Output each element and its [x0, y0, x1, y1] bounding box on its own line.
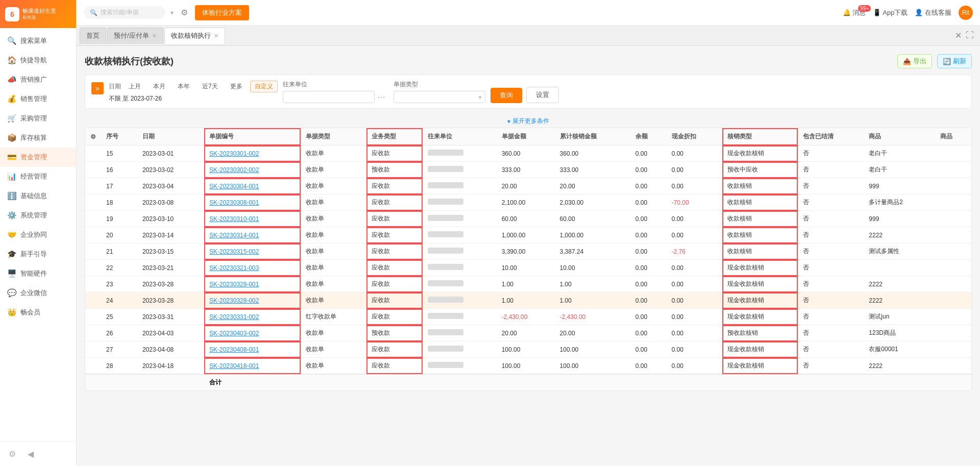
export-btn[interactable]: 📤 导出 — [897, 54, 932, 68]
refresh-btn[interactable]: 🔄 刷新 — [937, 54, 972, 68]
sidebar-item-hardware[interactable]: 🖥️智能硬件 — [0, 264, 76, 283]
date-btn-last-month[interactable]: 上月 — [124, 81, 145, 92]
date-btn-more[interactable]: 更多 — [226, 81, 247, 92]
th-settings[interactable]: ⚙ — [85, 128, 101, 145]
expand-more-row[interactable]: ▾ 展开更多条件 — [85, 115, 972, 128]
tab-home[interactable]: 首页 — [80, 28, 106, 44]
tab-payable[interactable]: 预付/应付单✕ — [107, 28, 163, 44]
sidebar-item-member[interactable]: 👑畅会员 — [0, 303, 76, 322]
cell-12: 否 — [798, 211, 864, 227]
cell-2[interactable]: 2023-03-15 — [137, 243, 204, 260]
sidebar-item-shortcut[interactable]: 🏠快捷导航 — [0, 51, 76, 70]
messages-btn[interactable]: 🔔 消息 99+ — [843, 8, 866, 17]
cell-2[interactable]: 2023-04-08 — [137, 341, 204, 358]
sidebar-label-member: 畅会员 — [20, 308, 40, 317]
cell-14 — [935, 276, 971, 292]
sidebar-item-inventory[interactable]: 📦库存核算 — [0, 128, 76, 148]
cell-10: -2.76 — [667, 243, 723, 260]
table-row[interactable]: 202023-03-14SK-20230314-001收款单应收款1,000.0… — [85, 227, 971, 243]
cell-10: 0.00 — [667, 276, 723, 292]
date-btn-this-year[interactable]: 本年 — [173, 81, 194, 92]
cell-7: 360.00 — [497, 145, 555, 162]
cell-2[interactable]: 2023-04-18 — [137, 358, 204, 375]
table-row[interactable]: 242023-03-28SK-20230328-002收款单应收款1.001.0… — [85, 292, 971, 309]
topbar-gear-icon[interactable]: ⚙ — [179, 6, 190, 19]
sidebar-item-operation[interactable]: 📊经营管理 — [0, 167, 76, 186]
date-btn-this-month[interactable]: 本月 — [149, 81, 170, 92]
table-row[interactable]: 182023-03-08SK-20230308-001收款单应收款2,100.0… — [85, 194, 971, 211]
sidebar-item-wechat[interactable]: 💬企业微信 — [0, 283, 76, 303]
tab-close-payable[interactable]: ✕ — [152, 33, 157, 39]
doctype-label: 单据类型 — [394, 80, 485, 89]
sidebar-item-system[interactable]: ⚙️系统管理 — [0, 206, 76, 225]
service-label: 在线客服 — [925, 9, 951, 16]
export-icon: 📤 — [903, 58, 911, 65]
cell-2[interactable]: 2023-03-04 — [137, 178, 204, 194]
counterpart-input[interactable] — [283, 91, 375, 103]
topbar-solution-btn[interactable]: 体验行业方案 — [195, 5, 249, 20]
topbar-search[interactable]: 🔍 搜索功能/单据 — [84, 6, 165, 19]
cell-5: 预收款 — [366, 325, 423, 341]
table-row[interactable]: 222023-03-21SK-20230321-003收款单应收款10.0010… — [85, 260, 971, 276]
cell-2[interactable]: 2023-03-01 — [137, 145, 204, 162]
table-row[interactable]: 262023-04-03SK-20230403-002收款单预收款20.0020… — [85, 325, 971, 341]
query-btn[interactable]: 查询 — [491, 88, 522, 103]
cell-2[interactable]: 2023-03-02 — [137, 162, 204, 178]
operation-icon: 📊 — [7, 172, 16, 181]
filter-toggle-btn[interactable]: » — [91, 82, 104, 94]
cell-2[interactable]: 2023-04-03 — [137, 325, 204, 341]
cell-2[interactable]: 2023-03-28 — [137, 292, 204, 309]
sidebar-item-sales[interactable]: 💰销售管理 — [0, 89, 76, 109]
table-row[interactable]: 282023-04-18SK-20230418-001收款单应收款100.001… — [85, 358, 971, 375]
table-row[interactable]: 192023-03-10SK-20230310-001收款单应收款60.0060… — [85, 211, 971, 227]
tab-receipt[interactable]: 收款核销执行✕ — [164, 28, 225, 44]
table-row[interactable]: 172023-03-04SK-20230304-001收款单应收款20.0020… — [85, 178, 971, 194]
tab-close-all-icon[interactable]: ✕ — [955, 31, 962, 40]
tab-expand-icon[interactable]: ⛶ — [966, 31, 974, 40]
sidebar-settings-btn[interactable]: ⚙ — [5, 447, 19, 461]
cell-2[interactable]: 2023-03-08 — [137, 194, 204, 211]
cell-2[interactable]: 2023-03-21 — [137, 260, 204, 276]
cell-1: 18 — [101, 194, 137, 211]
cell-14 — [935, 325, 971, 341]
cell-2[interactable]: 2023-03-28 — [137, 276, 204, 292]
table-row[interactable]: 252023-03-31SK-20230331-002红字收款单应收款-2,43… — [85, 309, 971, 325]
app-download-btn[interactable]: 📱 App下载 — [873, 8, 908, 17]
sidebar-label-system: 系统管理 — [20, 211, 47, 220]
cell-14 — [935, 178, 971, 194]
cell-2[interactable]: 2023-03-31 — [137, 309, 204, 325]
table-row[interactable]: 272023-04-08SK-20230408-001收款单应收款100.001… — [85, 341, 971, 358]
sidebar-item-finance[interactable]: 💳资金管理 — [0, 148, 76, 167]
doctype-select[interactable] — [394, 91, 485, 103]
cell-10: 0.00 — [667, 341, 723, 358]
topbar-arrow[interactable]: ▾ — [170, 9, 174, 16]
date-btn-7days[interactable]: 近7天 — [198, 81, 223, 92]
page-title: 收款核销执行(按收款) — [85, 55, 174, 67]
footer-empty11 — [722, 374, 798, 390]
tab-close-receipt[interactable]: ✕ — [214, 33, 218, 39]
table-row[interactable]: 152023-03-01SK-20230301-002收款单应收款360.003… — [85, 145, 971, 162]
sidebar-item-search[interactable]: 🔍搜索菜单 — [0, 31, 76, 51]
table-row[interactable]: 232023-03-28SK-20230328-001收款单应收款1.001.0… — [85, 276, 971, 292]
inventory-icon: 📦 — [7, 133, 16, 142]
counterpart-dots[interactable]: ··· — [375, 92, 388, 103]
sidebar-item-marketing[interactable]: 📣营销推广 — [0, 70, 76, 89]
cell-2[interactable]: 2023-03-10 — [137, 211, 204, 227]
user-avatar[interactable]: Rit — [959, 6, 973, 20]
table-row[interactable]: 212023-03-15SK-20230315-002收款单应收款3,390.0… — [85, 243, 971, 260]
cell-4: 收款单 — [301, 162, 366, 178]
cell-6 — [423, 358, 497, 375]
sidebar-label-basic: 基础信息 — [20, 191, 47, 201]
sidebar-item-corp[interactable]: 🤝企业协同 — [0, 225, 76, 244]
table-row[interactable]: 162023-03-02SK-20230302-002收款单预收款333.003… — [85, 162, 971, 178]
sidebar-collapse-btn[interactable]: ◀ — [23, 447, 38, 461]
sidebar-item-guide[interactable]: 🎓新手引导 — [0, 244, 76, 264]
online-service-btn[interactable]: 👤 在线客服 — [915, 8, 951, 17]
date-btn-custom[interactable]: 自定义 — [250, 81, 278, 92]
sidebar-item-purchase[interactable]: 🛒采购管理 — [0, 109, 76, 128]
setting-btn[interactable]: 设置 — [526, 87, 559, 103]
sidebar-item-basic[interactable]: ℹ️基础信息 — [0, 186, 76, 206]
cell-6 — [423, 178, 497, 194]
cell-2[interactable]: 2023-03-14 — [137, 227, 204, 243]
cell-4: 红字收款单 — [301, 309, 366, 325]
